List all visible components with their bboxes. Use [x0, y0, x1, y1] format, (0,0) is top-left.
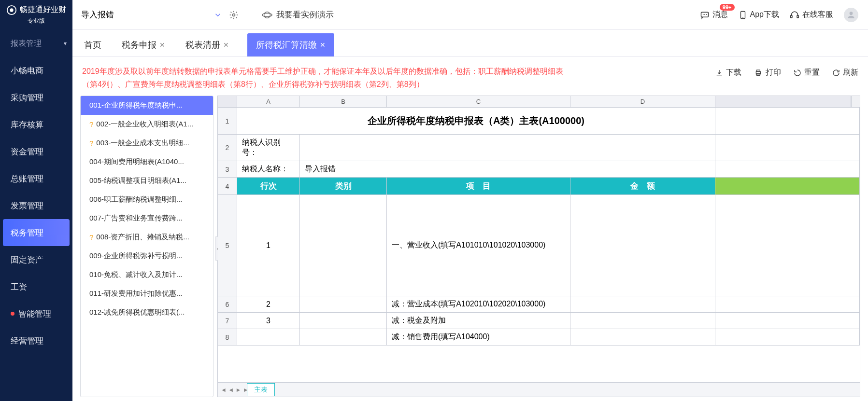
form-list-item[interactable]: 009-企业所得税弥补亏损明...	[81, 247, 213, 265]
cell[interactable]: 减：销售费用(填写A104000)	[387, 329, 570, 345]
download-button[interactable]: 下载	[715, 68, 741, 78]
refresh-button[interactable]: 刷新	[832, 68, 858, 78]
header-actions: 消息 99+ App下载 在线客服	[700, 8, 868, 22]
sidebar-item[interactable]: 工资	[0, 273, 72, 300]
form-list-item[interactable]: ?002-一般企业收入明细表(A1...	[81, 115, 213, 134]
reset-button[interactable]: 重置	[794, 68, 820, 78]
col-header-b[interactable]: B	[300, 96, 387, 107]
cell[interactable]: 减：营业成本(填写A102010\102020\103000)	[387, 296, 570, 312]
sidebar-item[interactable]: 资金管理	[0, 138, 72, 165]
close-icon[interactable]: ✕	[223, 41, 229, 49]
close-icon[interactable]: ✕	[159, 41, 165, 49]
cell[interactable]: 纳税人识别号：	[237, 135, 300, 161]
cell[interactable]: 纳税人名称：	[237, 161, 300, 177]
form-list-item[interactable]: 004-期间费用明细表(A1040...	[81, 152, 213, 171]
row-header[interactable]: 8	[218, 329, 237, 345]
sidebar-item[interactable]: 库存核算	[0, 111, 72, 138]
cell[interactable]	[300, 135, 715, 161]
cell[interactable]	[715, 296, 860, 312]
vertical-scrollbar[interactable]	[851, 96, 860, 107]
header-search	[72, 10, 247, 20]
corner-cell[interactable]	[218, 96, 237, 107]
row-2: 2 纳税人识别号：	[218, 135, 860, 161]
page-tab[interactable]: 税务申报✕	[120, 33, 167, 56]
cell[interactable]: 一、营业收入(填写A101010\101020\103000)	[387, 195, 570, 296]
sidebar-item[interactable]: 报表管理▾	[0, 30, 72, 57]
form-list-item[interactable]: 012-减免所得税优惠明细表(...	[81, 303, 213, 322]
cell-header: 类别	[300, 178, 387, 194]
form-list-item[interactable]: 001-企业所得税年度纳税申...	[81, 96, 213, 115]
col-header-d[interactable]: D	[570, 96, 715, 107]
taxpayer-name-cell[interactable]: 导入报错	[300, 161, 715, 177]
form-item-label: 005-纳税调整项目明细表(A1...	[89, 176, 186, 185]
form-list-item[interactable]: 010-免税、减计收入及加计...	[81, 265, 213, 284]
app-download-button[interactable]: App下载	[739, 10, 779, 20]
row-header[interactable]: 3	[218, 161, 237, 177]
sidebar-item[interactable]: 小畅电商	[0, 57, 72, 84]
sheet-tabs: ◄ ◄ ► ► 主表	[218, 382, 860, 397]
cell[interactable]	[715, 313, 860, 329]
row-header[interactable]: 6	[218, 296, 237, 312]
row-header[interactable]: 5	[218, 195, 237, 296]
cell[interactable]	[300, 329, 387, 345]
svg-point-6	[702, 14, 703, 15]
form-list-item[interactable]: ?008-资产折旧、摊销及纳税...	[81, 228, 213, 247]
svg-rect-11	[791, 15, 792, 17]
sidebar-item[interactable]: 固定资产	[0, 246, 72, 273]
page-tab[interactable]: 首页	[82, 33, 103, 56]
cell[interactable]	[570, 329, 715, 345]
cell[interactable]	[715, 329, 860, 345]
sidebar-item[interactable]: 总账管理	[0, 165, 72, 192]
cell[interactable]	[570, 313, 715, 329]
chevron-down-icon: ▾	[64, 40, 67, 47]
sidebar-item[interactable]: 发票管理	[0, 192, 72, 219]
sidebar-item[interactable]: 采购管理	[0, 84, 72, 111]
demo-link[interactable]: 我要看实例演示	[247, 9, 348, 20]
form-list-item[interactable]: 006-职工薪酬纳税调整明细...	[81, 190, 213, 209]
cell[interactable]: 1	[237, 195, 300, 296]
row-header[interactable]: 4	[218, 178, 237, 194]
data-row: 73减：税金及附加	[218, 313, 860, 329]
sidebar-item-label: 报表管理	[11, 39, 42, 49]
form-list-item[interactable]: ?003-一般企业成本支出明细...	[81, 134, 213, 152]
sheet-tab-main[interactable]: 主表	[247, 383, 275, 396]
user-avatar[interactable]	[844, 8, 858, 22]
settings-icon[interactable]	[229, 10, 239, 20]
tab-label: 税表清册	[185, 39, 220, 51]
cell[interactable]	[715, 195, 860, 296]
grid[interactable]: 1 企业所得税年度纳税申报表（A类）主表(A100000) 2 纳税人识别号： …	[218, 108, 860, 382]
message-button[interactable]: 消息 99+	[700, 10, 728, 20]
col-header-c[interactable]: C	[387, 96, 570, 107]
sheet-nav-arrows[interactable]: ◄ ◄ ► ►	[221, 387, 249, 393]
cell[interactable]: 2	[237, 296, 300, 312]
form-item-label: 004-期间费用明细表(A1040...	[89, 157, 184, 166]
form-list-item[interactable]: 011-研发费用加计扣除优惠...	[81, 284, 213, 303]
cell[interactable]	[300, 313, 387, 329]
col-header-a[interactable]: A	[237, 96, 300, 107]
cell[interactable]	[570, 296, 715, 312]
sidebar-item[interactable]: 经营管理	[0, 327, 72, 354]
sidebar-item[interactable]: 税务管理	[3, 219, 70, 246]
sidebar-item-label: 税务管理	[11, 227, 43, 238]
svg-rect-12	[797, 15, 798, 17]
page-tab[interactable]: 税表清册✕	[184, 33, 231, 56]
cell[interactable]	[300, 296, 387, 312]
search-dropdown-icon[interactable]	[213, 11, 222, 19]
help-icon: ?	[89, 139, 93, 147]
cell[interactable]: 3	[237, 313, 300, 329]
form-list-item[interactable]: 007-广告费和业务宣传费跨...	[81, 209, 213, 228]
sidebar-item[interactable]: 智能管理	[0, 300, 72, 327]
form-list-item[interactable]: 005-纳税调整项目明细表(A1...	[81, 171, 213, 190]
cell[interactable]: 减：税金及附加	[387, 313, 570, 329]
page-tab[interactable]: 所得税汇算清缴✕	[247, 33, 334, 56]
online-service-button[interactable]: 在线客服	[790, 10, 833, 20]
row-header[interactable]: 2	[218, 135, 237, 161]
row-header[interactable]: 7	[218, 313, 237, 329]
search-input[interactable]	[81, 10, 207, 20]
cell[interactable]	[237, 329, 300, 345]
cell[interactable]	[570, 195, 715, 296]
cell[interactable]	[300, 195, 387, 296]
close-icon[interactable]: ✕	[320, 41, 326, 49]
print-button[interactable]: 打印	[754, 68, 781, 78]
row-header[interactable]: 1	[218, 108, 237, 134]
